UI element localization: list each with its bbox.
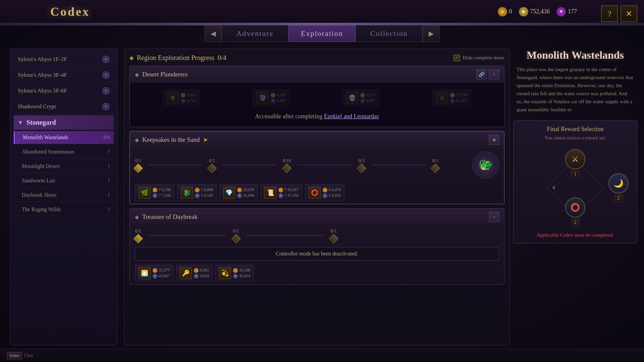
gem-value: 752,436 — [530, 8, 550, 15]
sidebar-item-raging-wilds[interactable]: The Raging Wilds ! — [14, 203, 114, 216]
progress-node-3: 0/3 — [358, 158, 365, 172]
stat-val: 7 34,367 — [284, 187, 299, 192]
progress-node-2: 0/10 — [282, 158, 291, 172]
star-button[interactable]: ★ — [489, 212, 499, 222]
item-stats: ◈ 33,106 ▼ 45,814 — [233, 268, 250, 279]
stat-gold: ◈6,280 — [271, 93, 286, 98]
info-icon: ! — [102, 56, 110, 63]
gem-icon: ◈ — [519, 7, 528, 16]
progress-nodes-row: 0/1 0/1 0/10 0/3 — [130, 148, 504, 182]
stat-val: 6 8,958 — [329, 193, 341, 198]
info-icon: ! — [102, 71, 110, 79]
sidebar-item-syleus-1f2f[interactable]: Syleus's Abyss 1F-2F ! — [14, 52, 114, 67]
progress-node-4: 0/1 — [432, 158, 439, 172]
stat-val: 31,577 — [159, 268, 170, 273]
quest-icons: ★ — [489, 212, 499, 222]
drop-stat-icon: ▼ — [278, 193, 283, 198]
stat-val: 43,697 — [159, 274, 170, 279]
hide-complete-checkbox[interactable]: ✓ — [453, 55, 460, 61]
section-label: Stonegard — [26, 119, 56, 126]
star-button[interactable]: ★ — [489, 135, 499, 145]
node-count: 0/1 — [331, 229, 337, 234]
nav-arrow-left[interactable]: ◀ — [205, 25, 221, 42]
item-icon: 💫 — [219, 267, 231, 279]
blurred-items: 🗡 ◈4,842 ▼6,701 🔮 ◈6,280 ▼8,465 — [137, 89, 497, 106]
section-arrow: ▼ — [18, 120, 23, 126]
nav-arrow-right[interactable]: ▶ — [423, 25, 439, 42]
stat-drop: ▼ 9,634 — [194, 274, 209, 279]
item-card: 💎 ◈ 29,676 ▼ 41,068 — [219, 184, 258, 201]
crystal-value: 177 — [568, 8, 577, 15]
item-card: 🐉 ◈ 5 6,608 ▼ 5 9,145 — [177, 184, 217, 201]
sidebar-item-shadowed-crypt[interactable]: Shadowed Crypt ! — [14, 100, 114, 114]
node-count: 0/1 — [135, 229, 141, 234]
accessible-link[interactable]: Ezekiel and Leonardas — [324, 113, 379, 120]
stat-drop: ▼ 7 7,190 — [153, 193, 171, 198]
node-line — [298, 165, 351, 165]
tab-adventure[interactable]: Adventure — [221, 25, 288, 42]
item-stats: ◈ 6 6,474 ▼ 6 8,958 — [323, 187, 341, 198]
quest-title: ◆ Treasure of Daybreak — [135, 213, 198, 221]
info-icon: ! — [102, 103, 110, 110]
sub-item-right: 0/4 — [104, 135, 110, 140]
quest-header: ◆ Keepsakes in the Sand ➤ ★ — [130, 131, 504, 148]
item-card: ⚔ ◈37,090 ▼61,327 — [432, 89, 471, 106]
right-panel: Monolith Wastelands This place was the l… — [513, 49, 637, 345]
node-count: 0/1 — [209, 158, 215, 164]
stat-gold: ◈ 6 6,474 — [323, 187, 341, 192]
reward-count: 1 — [571, 171, 580, 178]
progress-title: ◆ Region Exploration Progress 0/4 — [129, 54, 226, 62]
item-stats: ◈ 31,577 ▼ 43,697 — [153, 268, 170, 279]
gold-stat-icon: ◈ — [323, 188, 327, 192]
sidebar-item-syleus-5f6f[interactable]: Syleus's Abyss 5F-6F ! — [14, 84, 114, 98]
node-diamond — [231, 234, 240, 243]
sidebar-label: Syleus's Abyss 5F-6F — [18, 87, 67, 94]
boss-image-placeholder: 🐲 — [445, 152, 499, 178]
stat-drop: ▼ 41,068 — [237, 193, 254, 198]
item-card: 🌿 ◈ 7 5,196 ▼ 7 7,190 — [135, 184, 174, 201]
tab-exploration[interactable]: Exploration — [288, 25, 356, 42]
link-button[interactable]: 🔗 — [476, 69, 486, 79]
item-stats: ◈37,090 ▼61,327 — [450, 93, 467, 103]
sidebar-item-monolith-wastelands[interactable]: Monolith Wastelands 0/4 — [14, 131, 114, 144]
quest-title: ◆ Keepsakes in the Sand ➤ — [135, 136, 208, 143]
node-count: 0/10 — [282, 158, 291, 164]
bottombar: Enter Chat — [0, 349, 644, 362]
drop-stat-icon: ▼ — [237, 193, 242, 198]
item-card: 🌅 ◈ 31,577 ▼ 43,697 — [135, 265, 173, 282]
progress-text: 0/4 — [104, 135, 110, 140]
sub-item-label: Abandoned Stonemason — [22, 149, 74, 155]
progress-node-2: 0/1 — [330, 229, 337, 242]
svg-marker-6 — [552, 185, 555, 190]
item-card: ⭕ ◈ 6 6,474 ▼ 6 8,958 — [305, 184, 344, 201]
drop-stat-icon: ▼ — [153, 193, 157, 198]
stat-drop: ▼8,465 — [271, 98, 286, 103]
quest-name: Treasure of Daybreak — [142, 213, 198, 221]
sidebar-section-stonegard[interactable]: ▼ Stonegard — [14, 115, 114, 130]
gold-stat-icon: ◈ — [237, 188, 242, 192]
gold-stat-icon: ◈ — [153, 188, 157, 192]
items-row: 🌅 ◈ 31,577 ▼ 43,697 🔑 — [130, 262, 504, 284]
sidebar-item-syleus-3f4f[interactable]: Syleus's Abyss 3F-4F ! — [14, 68, 114, 82]
sidebar-item-abandoned-stonemason[interactable]: Abandoned Stonemason ! — [14, 145, 114, 159]
node-line — [246, 235, 324, 236]
sidebar-item-daybreak-shore[interactable]: Daybreak Shore ! — [14, 189, 114, 202]
stat-gold: ◈ 33,106 — [233, 268, 250, 273]
progress-node-1: 0/1 — [209, 158, 215, 172]
item-stats: ◈4,842 ▼6,701 — [181, 93, 196, 103]
item-icon: ⚔ — [436, 92, 448, 104]
main-inner: ◆ Region Exploration Progress 0/4 ✓ Hide… — [124, 49, 509, 345]
sidebar-item-sandworm-lair[interactable]: Sandworm Lair ! — [14, 174, 114, 187]
stat-val: 6 6,474 — [329, 187, 341, 192]
sidebar-item-moonlight-desert[interactable]: Moonlight Desert ! — [14, 160, 114, 173]
reward-item-right: 🌙 2 — [608, 173, 629, 202]
quest-card-desert-plunderers: ◆ Desert Plunderers 🔗 ↑ 🗡 ◈4,842 ▼6,701 — [129, 66, 504, 127]
share-button[interactable]: ↑ — [489, 69, 499, 79]
item-stats: ◈ 6,961 ▼ 9,634 — [194, 268, 209, 279]
help-button[interactable]: ? — [601, 5, 618, 22]
item-icon: 🌿 — [139, 187, 151, 199]
hide-complete-toggle[interactable]: ✓ Hide complete items — [453, 55, 504, 61]
tab-collection[interactable]: Collection — [356, 25, 423, 42]
stat-gold: ◈37,090 — [450, 93, 467, 98]
close-button[interactable]: ✕ — [621, 5, 637, 22]
